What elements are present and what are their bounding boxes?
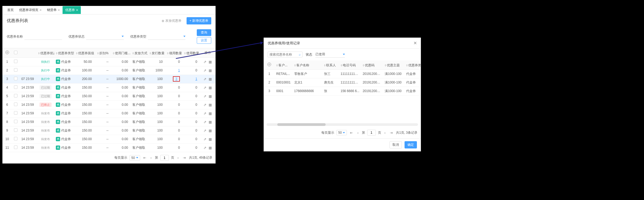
row-checkbox[interactable] xyxy=(14,146,17,149)
row-checkbox[interactable] xyxy=(14,111,17,115)
distribute-button[interactable]: ⊕ 发放优惠券 xyxy=(159,17,184,24)
col-status[interactable]: 优惠券状态 xyxy=(40,51,54,56)
search-icon[interactable]: ⌕ xyxy=(299,53,301,56)
table-row[interactable]: 3 07 23:59 执行中 代代金券 200.00 -- 1000.00 客户… xyxy=(2,75,216,83)
qr-icon[interactable]: ▦ xyxy=(209,146,212,150)
first-page-button[interactable]: ⇤ xyxy=(142,156,147,160)
qr-icon[interactable]: ▦ xyxy=(209,129,212,133)
col-threshold[interactable]: 使用门槛... xyxy=(115,51,130,56)
dcol-custname[interactable]: 客户名称 xyxy=(296,63,309,68)
qr-icon[interactable]: ▦ xyxy=(209,77,212,81)
page-input[interactable] xyxy=(367,130,376,136)
filter-type-select[interactable] xyxy=(148,33,185,40)
prev-page-button[interactable]: ‹ xyxy=(356,131,359,135)
close-icon[interactable]: ✕ xyxy=(58,9,60,12)
dcol-phone[interactable]: 电话号码 xyxy=(343,63,356,68)
col-discount[interactable]: 折扣% xyxy=(99,51,109,56)
share-icon[interactable]: ⇗ xyxy=(203,137,206,141)
col-used[interactable]: 使用数量 xyxy=(186,51,199,56)
table-row[interactable]: 3 0001 17666666666 张 156 6666 6... 20191… xyxy=(264,87,421,95)
row-checkbox[interactable] xyxy=(14,103,17,106)
share-icon[interactable]: ⇗ xyxy=(203,120,206,124)
table-row[interactable]: 2 00010001 北京1 唐先生 11111111111 201912007… xyxy=(264,78,421,87)
table-row[interactable]: 1 待执行 代代金券 50.00 -- 0.00 客户领取 10 0 0 ⇗▦ xyxy=(2,57,216,66)
row-checkbox[interactable] xyxy=(14,128,17,132)
select-all-checkbox[interactable] xyxy=(14,51,17,54)
share-icon[interactable]: ⇗ xyxy=(203,94,206,98)
share-icon[interactable]: ⇗ xyxy=(203,86,206,90)
gear-icon[interactable] xyxy=(5,50,9,54)
tab[interactable]: 优惠券✕ xyxy=(63,6,81,14)
gear-icon[interactable] xyxy=(267,63,271,66)
qr-icon[interactable]: ▦ xyxy=(209,60,212,64)
per-page-select[interactable]: 50 xyxy=(336,130,347,135)
claimed-link[interactable]: 1 xyxy=(178,68,180,72)
tab[interactable]: 首页 xyxy=(5,6,16,14)
dcol-subject[interactable]: 优惠主题 xyxy=(387,63,400,68)
table-row[interactable]: 9 14 23:59 待发布 代代金券 150.00 -- 0.00 客户领取 … xyxy=(2,126,216,135)
page-input[interactable] xyxy=(160,155,169,161)
row-checkbox[interactable] xyxy=(14,77,17,80)
dialog-status-select[interactable]: 已使用 xyxy=(315,51,345,58)
share-icon[interactable]: ⇗ xyxy=(203,77,206,81)
close-icon[interactable]: ✕ xyxy=(39,9,42,12)
row-checkbox[interactable] xyxy=(14,120,17,123)
tab[interactable]: 销货单✕ xyxy=(44,6,63,14)
qr-icon[interactable]: ▦ xyxy=(209,111,212,115)
settings-button[interactable]: 设置 xyxy=(197,37,211,44)
table-row[interactable]: 6 14 23:59 已终止 代代金券 150.00 -- 0.00 客户领取 … xyxy=(2,100,216,109)
prev-page-button[interactable]: ‹ xyxy=(150,156,153,160)
row-checkbox[interactable] xyxy=(14,60,17,63)
dialog-search-input[interactable] xyxy=(270,53,298,56)
table-row[interactable]: 7 14 23:59 待发布 代代金券 150.00 -- 0.00 客户领取 … xyxy=(2,109,216,118)
cancel-button[interactable]: 取消 xyxy=(390,141,402,148)
add-coupon-button[interactable]: + 新增优惠券 xyxy=(187,17,211,24)
search-button[interactable]: 查询 xyxy=(197,29,211,36)
table-row[interactable]: 10 14 23:59 待发布 代代金券 150.00 -- 0.00 客户领取… xyxy=(2,135,216,143)
qr-icon[interactable]: ▦ xyxy=(209,120,212,124)
next-page-button[interactable]: › xyxy=(176,156,180,160)
row-checkbox[interactable] xyxy=(14,137,17,140)
table-row[interactable]: 2 执行中 代代金券 100.00 -- 0.00 客户领取 1000 1 0 … xyxy=(2,66,216,75)
col-type[interactable]: 优惠券类型 xyxy=(58,51,74,56)
dcol-contact[interactable]: 联系人 xyxy=(326,63,336,68)
filter-status-select[interactable] xyxy=(86,33,124,40)
table-row[interactable]: 4 14 23:59 已过期 代代金券 150.00 -- 0.00 客户领取 … xyxy=(2,83,216,92)
confirm-button[interactable]: 确定 xyxy=(405,141,417,148)
tab[interactable]: 优惠券详情页✕ xyxy=(16,6,44,14)
last-page-button[interactable]: ⇥ xyxy=(182,156,187,160)
col-issued[interactable]: 发行数量 xyxy=(152,51,165,56)
col-claimed[interactable]: 领用数量 xyxy=(169,51,182,56)
horizontal-scrollbar[interactable] xyxy=(267,123,418,126)
table-row[interactable]: 11 14 23:59 待发布 代代金券 150.00 -- 0.00 客户领取… xyxy=(2,143,216,152)
qr-icon[interactable]: ▦ xyxy=(209,68,212,72)
row-checkbox[interactable] xyxy=(14,68,17,72)
col-method[interactable]: 发放方式 xyxy=(134,51,147,56)
table-row[interactable]: 8 14 23:59 待发布 代代金券 150.00 -- 0.00 客户领取 … xyxy=(2,118,216,126)
row-checkbox[interactable] xyxy=(14,85,17,89)
claimed-link[interactable]: 3 xyxy=(176,77,177,81)
first-page-button[interactable]: ⇤ xyxy=(349,131,354,135)
col-face[interactable]: 优惠券面值 xyxy=(78,51,94,56)
qr-icon[interactable]: ▦ xyxy=(209,137,212,141)
row-checkbox[interactable] xyxy=(14,94,17,97)
share-icon[interactable]: ⇗ xyxy=(203,111,206,115)
dcol-cat[interactable]: 优惠券类 xyxy=(408,63,421,68)
last-page-button[interactable]: ⇥ xyxy=(389,131,394,135)
share-icon[interactable]: ⇗ xyxy=(203,129,206,133)
per-page-select[interactable]: 50 xyxy=(129,155,140,161)
dcol-code[interactable]: 优惠码 xyxy=(365,63,374,68)
dcol-custno[interactable]: 客户... xyxy=(278,63,288,68)
close-icon[interactable]: ✕ xyxy=(413,41,417,46)
qr-icon[interactable]: ▦ xyxy=(209,86,212,90)
filter-name-input[interactable] xyxy=(24,33,62,40)
share-icon[interactable]: ⇗ xyxy=(203,60,206,64)
share-icon[interactable]: ⇗ xyxy=(203,68,206,72)
table-row[interactable]: 1 RETAIL... 零散客户 张三 11111111111 20191200… xyxy=(264,70,421,78)
share-icon[interactable]: ⇗ xyxy=(203,146,206,150)
table-row[interactable]: 5 14 23:59 已过期 代代金券 150.00 -- 0.00 客户领取 … xyxy=(2,92,216,100)
close-icon[interactable]: ✕ xyxy=(76,9,78,12)
qr-icon[interactable]: ▦ xyxy=(209,94,212,98)
used-link[interactable]: 1 xyxy=(195,77,197,81)
share-icon[interactable]: ⇗ xyxy=(203,103,206,107)
